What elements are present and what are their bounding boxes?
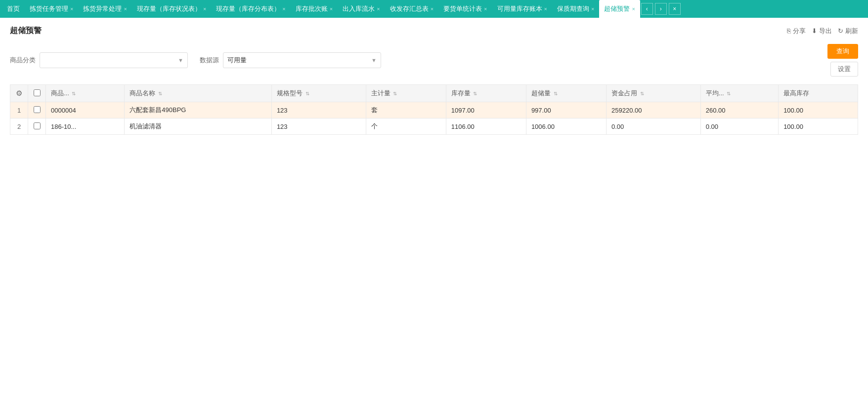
page-content: 超储预警 ⎘ 分享 ⬇ 导出 ↻ 刷新 商品分类 ▼ 数据源 xyxy=(0,18,868,143)
table-row: 1 0000004 六配套新昌490BPG 123 套 1097.00 997.… xyxy=(10,102,858,118)
share-button[interactable]: ⎘ 分享 xyxy=(787,27,806,36)
sort-icon-spec: ⇅ xyxy=(305,91,309,96)
nav-close-stock-status[interactable]: × xyxy=(203,6,206,12)
row-capital-0: 259220.00 xyxy=(607,102,701,118)
row-checkbox-0 xyxy=(28,102,46,118)
nav-close-stock-dist[interactable]: × xyxy=(282,6,285,12)
row-select-checkbox-0[interactable] xyxy=(34,106,41,113)
nav-close-quality[interactable]: × xyxy=(591,6,594,12)
datasource-select[interactable]: 可用量 ▼ xyxy=(223,52,381,68)
nav-item-pick-task[interactable]: 拣货任务管理 × xyxy=(25,0,78,18)
refresh-button[interactable]: ↻ 刷新 xyxy=(838,27,858,36)
nav-item-overstock[interactable]: 超储预警 × xyxy=(599,0,640,18)
sort-icon-avg: ⇅ xyxy=(727,91,731,96)
row-max-stock-1: 100.00 xyxy=(779,118,858,135)
table-header-product-code[interactable]: 商品... ⇅ xyxy=(46,85,125,102)
table-header-product-name[interactable]: 商品名称 ⇅ xyxy=(125,85,272,102)
row-select-checkbox-1[interactable] xyxy=(34,122,41,129)
datasource-label: 数据源 xyxy=(200,56,219,65)
category-select[interactable]: ▼ xyxy=(40,52,188,68)
page-actions: ⎘ 分享 ⬇ 导出 ↻ 刷新 xyxy=(787,27,858,36)
row-stock-0: 1097.00 xyxy=(446,102,526,118)
nav-close-overstock[interactable]: × xyxy=(632,6,635,12)
sort-icon-product-name: ⇅ xyxy=(158,91,162,96)
table-header-stock[interactable]: 库存量 ⇅ xyxy=(446,85,526,102)
row-avg-0: 260.00 xyxy=(700,102,778,118)
page-title: 超储预警 xyxy=(10,26,42,36)
nav-item-quality[interactable]: 保质期查询 × xyxy=(552,0,599,18)
row-over-stock-0: 997.00 xyxy=(526,102,606,118)
datasource-select-value: 可用量 xyxy=(227,56,247,65)
category-chevron-icon: ▼ xyxy=(178,57,183,63)
sort-icon-unit: ⇅ xyxy=(393,91,397,96)
filter-group-datasource: 数据源 可用量 ▼ xyxy=(200,52,381,68)
table-header-capital[interactable]: 资金占用 ⇅ xyxy=(607,85,701,102)
query-button[interactable]: 查询 xyxy=(827,44,858,59)
nav-close-pick-exception[interactable]: × xyxy=(124,6,127,12)
row-capital-1: 0.00 xyxy=(607,118,701,135)
share-icon: ⎘ xyxy=(787,27,791,35)
nav-item-pick-exception[interactable]: 拣货异常处理 × xyxy=(78,0,131,18)
data-table: ⚙ 商品... ⇅ 商品名称 ⇅ 规格型号 ⇅ 主计量 xyxy=(10,84,858,135)
page-title-row: 超储预警 ⎘ 分享 ⬇ 导出 ↻ 刷新 xyxy=(10,26,858,36)
sort-icon-over-stock: ⇅ xyxy=(554,91,558,96)
nav-close-summary[interactable]: × xyxy=(431,6,434,12)
sort-icon-capital: ⇅ xyxy=(640,91,644,96)
nav-item-summary[interactable]: 收发存汇总表 × xyxy=(385,0,438,18)
table-header-gear: ⚙ xyxy=(10,85,28,102)
row-product-code-1: 186-10... xyxy=(46,118,125,135)
table-header-checkbox xyxy=(28,85,46,102)
row-over-stock-1: 1006.00 xyxy=(526,118,606,135)
row-stock-1: 1106.00 xyxy=(446,118,526,135)
nav-item-order-stat[interactable]: 要货单统计表 × xyxy=(438,0,492,18)
row-spec-0: 123 xyxy=(271,102,366,118)
category-label: 商品分类 xyxy=(10,56,36,65)
row-product-name-0: 六配套新昌490BPG xyxy=(125,102,272,118)
row-product-code-0: 0000004 xyxy=(46,102,125,118)
nav-item-stock-dist[interactable]: 现存量（库存分布表） × xyxy=(211,0,290,18)
export-button[interactable]: ⬇ 导出 xyxy=(812,27,832,36)
nav-next-button[interactable]: › xyxy=(655,3,667,15)
nav-item-stock-status[interactable]: 现存量（库存状况表） × xyxy=(132,0,211,18)
row-max-stock-0: 100.00 xyxy=(779,102,858,118)
top-nav: 首页 拣货任务管理 × 拣货异常处理 × 现存量（库存状况表） × 现存量（库存… xyxy=(0,0,868,18)
refresh-icon: ↻ xyxy=(838,27,843,35)
row-unit-0: 套 xyxy=(366,102,446,118)
sort-icon-stock: ⇅ xyxy=(473,91,477,96)
filter-group-category: 商品分类 ▼ xyxy=(10,52,188,68)
nav-close-pick-task[interactable]: × xyxy=(70,6,73,12)
sort-icon-product-code: ⇅ xyxy=(72,91,76,96)
table-row: 2 186-10... 机油滤清器 123 个 1106.00 1006.00 … xyxy=(10,118,858,135)
row-num-1: 2 xyxy=(10,118,28,135)
row-spec-1: 123 xyxy=(271,118,366,135)
row-num-0: 1 xyxy=(10,102,28,118)
nav-item-home[interactable]: 首页 xyxy=(2,0,25,18)
row-avg-1: 0.00 xyxy=(700,118,778,135)
nav-item-batch[interactable]: 库存批次账 × xyxy=(291,0,338,18)
gear-icon[interactable]: ⚙ xyxy=(16,89,22,97)
select-all-checkbox[interactable] xyxy=(34,89,41,96)
nav-prev-button[interactable]: ‹ xyxy=(641,3,653,15)
export-icon: ⬇ xyxy=(812,27,817,35)
table-header-unit[interactable]: 主计量 ⇅ xyxy=(366,85,446,102)
table-header-max-stock[interactable]: 最高库存 xyxy=(779,85,858,102)
datasource-chevron-icon: ▼ xyxy=(371,57,377,63)
nav-close-avail-stock[interactable]: × xyxy=(544,6,547,12)
filter-row: 商品分类 ▼ 数据源 可用量 ▼ 查询 设置 xyxy=(10,44,858,77)
set-button[interactable]: 设置 xyxy=(830,62,858,77)
row-checkbox-1 xyxy=(28,118,46,135)
table-header-spec[interactable]: 规格型号 ⇅ xyxy=(271,85,366,102)
nav-close-flow[interactable]: × xyxy=(377,6,380,12)
table-header-over-stock[interactable]: 超储量 ⇅ xyxy=(526,85,606,102)
nav-close-batch[interactable]: × xyxy=(330,6,333,12)
row-product-name-1: 机油滤清器 xyxy=(125,118,272,135)
table-header-avg[interactable]: 平均... ⇅ xyxy=(700,85,778,102)
nav-item-avail-stock[interactable]: 可用量库存账本 × xyxy=(492,0,552,18)
nav-more-button[interactable]: × xyxy=(669,3,681,15)
row-unit-1: 个 xyxy=(366,118,446,135)
nav-close-order-stat[interactable]: × xyxy=(484,6,487,12)
nav-item-flow[interactable]: 出入库流水 × xyxy=(338,0,385,18)
